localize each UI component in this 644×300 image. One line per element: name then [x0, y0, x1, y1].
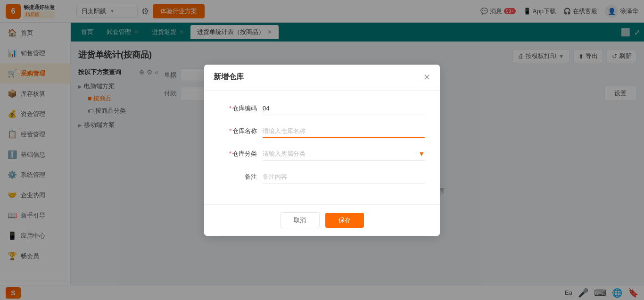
warehouse-name-input[interactable]: [263, 125, 425, 138]
modal-footer: 取消 保存: [204, 204, 440, 236]
cancel-button[interactable]: 取消: [280, 212, 320, 228]
add-warehouse-modal: 新增仓库 ✕ *仓库编码 *仓库名称 *仓库分类: [204, 65, 440, 236]
category-input[interactable]: [263, 150, 418, 157]
modal-title: 新增仓库: [214, 72, 244, 82]
name-label: *仓库名称: [219, 127, 257, 135]
category-label: *仓库分类: [219, 150, 257, 158]
modal-close-button[interactable]: ✕: [423, 72, 430, 83]
code-label: *仓库编码: [219, 104, 257, 113]
form-row-name: *仓库名称: [219, 125, 425, 138]
modal-header: 新增仓库 ✕: [204, 65, 440, 91]
modal-body: *仓库编码 *仓库名称 *仓库分类 ▼: [204, 91, 440, 204]
form-row-category: *仓库分类 ▼: [219, 147, 425, 161]
note-label: 备注: [219, 173, 257, 181]
form-row-note: 备注: [219, 170, 425, 183]
warehouse-note-input[interactable]: [263, 170, 425, 183]
save-button[interactable]: 保存: [325, 213, 364, 228]
chevron-down-icon-category[interactable]: ▼: [418, 150, 425, 158]
modal-overlay[interactable]: 新增仓库 ✕ *仓库编码 *仓库名称 *仓库分类: [0, 0, 644, 300]
category-select-wrapper: ▼: [263, 147, 425, 161]
form-row-code: *仓库编码: [219, 102, 425, 115]
warehouse-code-input[interactable]: [263, 102, 425, 115]
